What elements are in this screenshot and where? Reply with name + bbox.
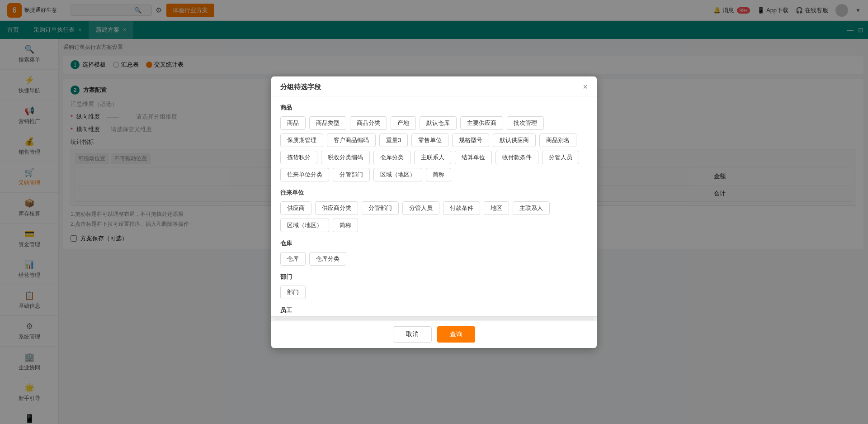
field-tag[interactable]: 税收分类编码 [321, 151, 370, 164]
fields-grid-dept: 部门 [280, 286, 588, 299]
field-tag[interactable]: 部门 [280, 286, 306, 299]
field-tag[interactable]: 商品类型 [309, 116, 346, 130]
field-tag[interactable]: 主要供应商 [460, 116, 503, 130]
fields-grid-warehouse: 仓库 仓库分类 [280, 252, 588, 266]
field-tag[interactable]: 仓库分类 [373, 151, 410, 164]
field-tag[interactable]: 往来单位分类 [280, 168, 329, 181]
field-tag[interactable]: 仓库 [280, 252, 306, 266]
field-tag[interactable]: 商品别名 [539, 133, 576, 147]
field-tag[interactable]: 分管部门 [333, 168, 370, 181]
confirm-button[interactable]: 查询 [437, 326, 475, 343]
field-tag[interactable]: 分管人员 [402, 201, 439, 215]
field-tag[interactable]: 付款条件 [443, 201, 480, 215]
field-tag[interactable]: 商品 [280, 116, 306, 130]
field-tag[interactable]: 主联系人 [414, 151, 451, 164]
field-tag[interactable]: 供应商分类 [315, 201, 358, 215]
field-tag[interactable]: 仓库分类 [309, 252, 346, 266]
field-tag[interactable]: 规格型号 [452, 133, 489, 147]
section-title-dept: 部门 [280, 273, 588, 281]
modal-close-button[interactable]: × [583, 83, 588, 91]
hscroll-track [274, 317, 594, 320]
field-tag[interactable]: 重量3 [379, 133, 408, 147]
fields-grid-counterpart: 供应商 供应商分类 分管部门 分管人员 付款条件 地区 主联系人 区域（地区） … [280, 201, 588, 232]
field-tag[interactable]: 简称 [426, 168, 451, 181]
field-tag[interactable]: 零售单位 [411, 133, 448, 147]
field-tag[interactable]: 主联系人 [513, 201, 550, 215]
field-tag[interactable]: 结算单位 [455, 151, 492, 164]
modal-overlay: 分组待选字段 × 商品 商品 商品类型 商品分类 产地 默认仓库 主要供应商 批… [0, 0, 868, 424]
field-tag[interactable]: 简称 [333, 219, 358, 232]
fields-grid-product: 商品 商品类型 商品分类 产地 默认仓库 主要供应商 批次管理 保质期管理 客户… [280, 116, 588, 181]
field-tag[interactable]: 区域（地区） [280, 219, 329, 232]
modal-title: 分组待选字段 [280, 83, 321, 91]
field-tag[interactable]: 客户商品编码 [327, 133, 376, 147]
field-tag[interactable]: 默认供应商 [493, 133, 536, 147]
field-tag[interactable]: 批次管理 [507, 116, 544, 130]
field-tag[interactable]: 区域（地区） [373, 168, 422, 181]
modal-body: 商品 商品 商品类型 商品分类 产地 默认仓库 主要供应商 批次管理 保质期管理… [271, 96, 597, 316]
field-select-modal: 分组待选字段 × 商品 商品 商品类型 商品分类 产地 默认仓库 主要供应商 批… [271, 76, 597, 348]
field-tag[interactable]: 收付款条件 [495, 151, 538, 164]
field-tag[interactable]: 保质期管理 [280, 133, 323, 147]
section-title-counterpart: 往来单位 [280, 189, 588, 197]
field-tag[interactable]: 地区 [484, 201, 509, 215]
field-tag[interactable]: 分管人员 [542, 151, 579, 164]
field-tag[interactable]: 拣货积分 [280, 151, 317, 164]
section-title-warehouse: 仓库 [280, 239, 588, 248]
cancel-button[interactable]: 取消 [393, 326, 432, 343]
section-title-employee: 员工 [280, 306, 588, 314]
field-tag[interactable]: 分管部门 [362, 201, 399, 215]
field-tag[interactable]: 默认仓库 [420, 116, 457, 130]
field-tag[interactable]: 商品分类 [350, 116, 387, 130]
modal-header: 分组待选字段 × [271, 76, 597, 96]
field-tag[interactable]: 产地 [391, 116, 416, 130]
section-title-product: 商品 [280, 104, 588, 112]
modal-bottom-scroll [271, 316, 597, 320]
modal-footer: 取消 查询 [271, 320, 597, 348]
field-tag[interactable]: 供应商 [280, 201, 311, 215]
